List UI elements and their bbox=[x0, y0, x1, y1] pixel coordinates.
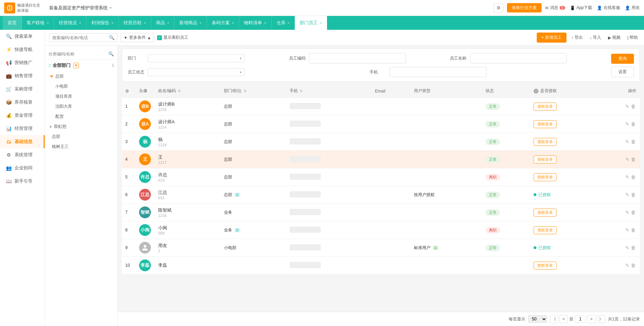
view-button[interactable]: ▶ 视频 bbox=[606, 33, 623, 42]
next-page-button[interactable]: > bbox=[587, 315, 596, 323]
sidebar-item-purchase[interactable]: 🛒 采购管理 bbox=[0, 82, 45, 96]
sidebar-item-enterprise[interactable]: 👥 企业协同 bbox=[0, 161, 45, 175]
online-service-button[interactable]: 👤 在线客服 bbox=[597, 5, 620, 11]
emp-name-input[interactable] bbox=[470, 53, 567, 63]
tab-operation[interactable]: 经营情况 × bbox=[54, 16, 86, 30]
tab-barcode[interactable]: 条码方案 × bbox=[207, 16, 239, 30]
dept-node-xmk[interactable]: 项目库房 bbox=[48, 91, 117, 102]
sidebar-item-basic-info[interactable]: 🗂 基础信息 bbox=[0, 135, 45, 148]
dept-node-shx[interactable]: 双虹想 bbox=[45, 122, 117, 132]
set-button[interactable]: 设置 bbox=[611, 67, 634, 77]
delete-button[interactable]: 🗑 bbox=[631, 210, 636, 215]
import-button[interactable]: ↓ 导入 bbox=[588, 33, 603, 42]
show-resigned-checkbox[interactable]: ✓ bbox=[157, 35, 162, 40]
edit-button[interactable]: ✎ bbox=[625, 263, 629, 268]
th-dept[interactable]: 部门/职位 ⇅ bbox=[220, 85, 286, 98]
th-phone[interactable]: 手机 ⇅ bbox=[286, 85, 372, 98]
auth-login-button[interactable]: 授权登录 bbox=[534, 209, 556, 217]
delete-button[interactable]: 🗑 bbox=[631, 174, 636, 180]
sidebar-item-guide[interactable]: 📖 新手引导 bbox=[0, 175, 45, 188]
edit-button[interactable]: ✎ bbox=[625, 174, 629, 180]
sidebar-item-search[interactable]: 🔍 搜索菜单 bbox=[0, 30, 45, 43]
dept-node-zsw[interactable]: 植树王三 bbox=[45, 142, 117, 152]
row-number: 5 bbox=[122, 168, 136, 186]
sidebar-item-sales[interactable]: 💼 销售管理 bbox=[0, 69, 45, 82]
emp-code-input[interactable] bbox=[309, 53, 406, 63]
help-button[interactable]: | 帮助 bbox=[625, 33, 640, 42]
emp-status-select[interactable]: ▾ bbox=[148, 68, 245, 76]
tab-history[interactable]: 经营历程 × bbox=[119, 16, 151, 30]
sidebar-item-management[interactable]: 📊 经营管理 bbox=[0, 122, 45, 135]
edit-button[interactable]: ✎ bbox=[625, 121, 629, 127]
trial-button[interactable]: 体验行业方案 bbox=[507, 3, 542, 12]
search-box[interactable]: 🔍 bbox=[49, 33, 118, 42]
row-operations: ✎🗑 bbox=[598, 151, 640, 168]
delete-button[interactable]: 🗑 bbox=[631, 121, 636, 127]
tab-customer[interactable]: 客户联络 × bbox=[22, 16, 54, 30]
export-button[interactable]: ↑ 导出 bbox=[569, 33, 585, 42]
page-input[interactable] bbox=[575, 316, 586, 323]
phone-input[interactable] bbox=[390, 67, 487, 77]
app-download-button[interactable]: 📱 App下载 bbox=[570, 5, 592, 11]
settings-gear-button[interactable]: ⚙ bbox=[494, 3, 504, 13]
delete-button[interactable]: 🗑 bbox=[631, 263, 636, 268]
dept-filter-select[interactable]: ▾ bbox=[148, 54, 245, 62]
dept-node-ph[interactable]: 配货 bbox=[48, 112, 117, 122]
sidebar-item-inventory[interactable]: 📦 库存核算 bbox=[0, 96, 45, 109]
edit-button[interactable]: ✎ bbox=[625, 227, 629, 233]
dept-search[interactable]: 🔍 bbox=[45, 49, 117, 60]
dept-collapse-icon[interactable]: 《 bbox=[110, 63, 114, 68]
sidebar-item-quicknav[interactable]: ⚡ 快捷导航 bbox=[0, 43, 45, 56]
auth-login-button[interactable]: 授权登录 bbox=[534, 138, 556, 146]
dept-node-xdb[interactable]: 小电部 bbox=[48, 81, 117, 91]
first-page-button[interactable]: 《 bbox=[550, 315, 558, 323]
user-area[interactable]: 👤 用友 bbox=[625, 5, 640, 11]
sidebar-item-system[interactable]: ⚙ 系统管理 bbox=[0, 148, 45, 161]
search-input[interactable] bbox=[52, 35, 108, 40]
prev-page-button[interactable]: < bbox=[560, 315, 568, 323]
dept-search-input[interactable] bbox=[48, 52, 107, 56]
delete-button[interactable]: 🗑 bbox=[631, 192, 636, 197]
edit-button[interactable]: ✎ bbox=[625, 139, 629, 144]
dept-all-header[interactable]: :: 全部部门 ✎ 《 bbox=[45, 60, 117, 71]
view-icon: ▶ bbox=[608, 35, 611, 40]
auth-login-button[interactable]: 授权登录 bbox=[534, 156, 556, 164]
add-employee-button[interactable]: + 新增员工 bbox=[537, 33, 566, 43]
show-resigned-checkbox-label[interactable]: ✓ 显示离职员工 bbox=[157, 35, 188, 41]
dept-node-zb[interactable]: 总部 bbox=[45, 132, 117, 142]
tab-home[interactable]: 首页 bbox=[3, 16, 22, 30]
delete-button[interactable]: 🗑 bbox=[631, 157, 636, 162]
auth-login-button[interactable]: 授权登录 bbox=[534, 103, 556, 111]
edit-button[interactable]: ✎ bbox=[625, 210, 629, 215]
sidebar-item-finance[interactable]: 💰 资金管理 bbox=[0, 109, 45, 122]
tab-add-goods[interactable]: 新增商品 × bbox=[174, 16, 207, 30]
dept-node-headquarters[interactable]: 总部 bbox=[45, 71, 117, 81]
phone-sort-icon: ⇅ bbox=[300, 89, 302, 93]
dept-edit-icon[interactable]: ✎ bbox=[73, 63, 79, 68]
message-button[interactable]: ✉ 消息 5 bbox=[545, 5, 565, 11]
delete-button[interactable]: 🗑 bbox=[631, 245, 636, 250]
edit-button[interactable]: ✎ bbox=[625, 192, 629, 197]
query-button[interactable]: 查询 bbox=[611, 54, 634, 64]
per-page-select[interactable]: 50 100 bbox=[528, 315, 547, 323]
delete-button[interactable]: 🗑 bbox=[631, 227, 636, 233]
edit-button[interactable]: ✎ bbox=[625, 104, 629, 109]
tab-goods[interactable]: 商品 × bbox=[151, 16, 174, 30]
auth-login-button[interactable]: 授权登录 bbox=[534, 226, 556, 234]
tab-warehouse[interactable]: 仓库 × bbox=[272, 16, 295, 30]
dept-node-syd[interactable]: 沈阳大库 bbox=[48, 102, 117, 112]
delete-button[interactable]: 🗑 bbox=[631, 139, 636, 144]
edit-button[interactable]: ✎ bbox=[625, 157, 629, 162]
last-page-button[interactable]: 》 bbox=[597, 315, 605, 323]
edit-button[interactable]: ✎ bbox=[625, 245, 629, 250]
tab-department[interactable]: 部门员工 × bbox=[295, 16, 327, 30]
th-name[interactable]: 姓名/编码 ⇅ bbox=[155, 85, 220, 98]
sidebar-item-marketing[interactable]: 📢 营销推广 bbox=[0, 56, 45, 69]
auth-login-button[interactable]: 授权登录 bbox=[534, 120, 556, 128]
tab-profit[interactable]: 利润报告 × bbox=[87, 16, 119, 30]
tab-bom[interactable]: 物料清单 × bbox=[239, 16, 271, 30]
delete-button[interactable]: 🗑 bbox=[631, 104, 636, 109]
more-filters-button[interactable]: ▼ 更多条件 ▲ bbox=[120, 33, 154, 42]
auth-login-button[interactable]: 授权登录 bbox=[534, 262, 556, 270]
auth-login-button[interactable]: 授权登录 bbox=[534, 173, 556, 181]
